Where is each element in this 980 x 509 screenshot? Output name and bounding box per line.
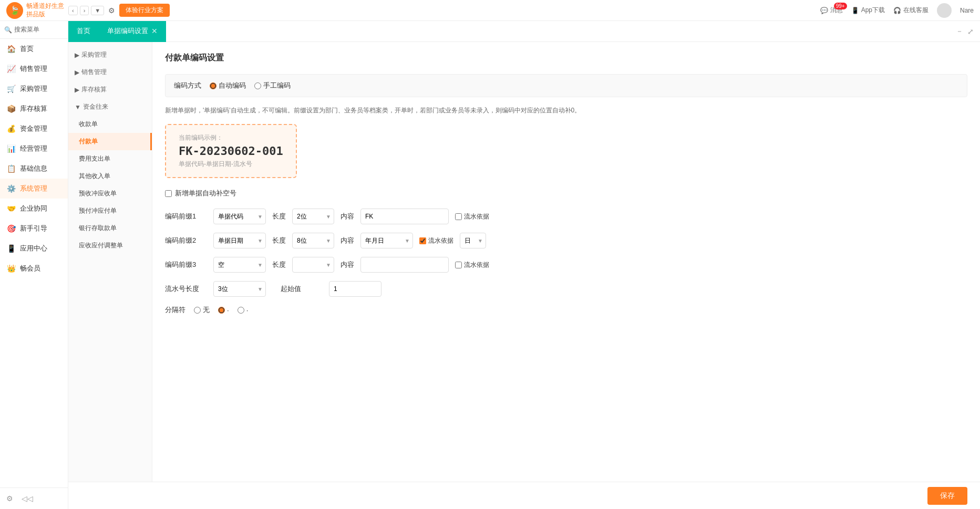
- sub-header-purchase[interactable]: ▶ 采购管理: [68, 46, 152, 64]
- tab-maximize-btn[interactable]: ⤢: [967, 27, 974, 36]
- nav-back-btn[interactable]: ‹: [68, 6, 78, 15]
- user-avatar[interactable]: [937, 3, 952, 18]
- prefix3-select[interactable]: 单据代码 单据日期 空 部门 业务员: [213, 257, 266, 273]
- sidebar-item-home[interactable]: 🏠 首页: [0, 39, 68, 59]
- sidebar-item-finance[interactable]: 💰 资金管理: [0, 119, 68, 139]
- sidebar-item-sales[interactable]: 📈 销售管理: [0, 59, 68, 79]
- content2-select[interactable]: 年月日 年月 年: [360, 233, 413, 248]
- length3-select[interactable]: [292, 257, 334, 273]
- nav-forward-btn[interactable]: ›: [80, 6, 89, 15]
- sub-header-capital[interactable]: ▼ 资金往来: [68, 98, 152, 116]
- auto-fill-checkbox[interactable]: [165, 190, 172, 197]
- logo-text: 畅通道好生意 拼品版: [26, 2, 64, 18]
- sub-header-sales[interactable]: ▶ 销售管理: [68, 64, 152, 81]
- sub-header-inventory[interactable]: ▶ 库存核算: [68, 81, 152, 98]
- content-area: 首页 单据编码设置 ✕ － ⤢ ▶ 采购管理: [68, 21, 980, 509]
- inventory-icon: 📦: [6, 104, 16, 113]
- sidebar-nav: 🏠 首页 📈 销售管理 🛒 采购管理 📦 库存核算 💰 资金管理 📊 经: [0, 39, 68, 487]
- sub-item-income[interactable]: 其他收入单: [68, 168, 152, 185]
- separator-dot-label[interactable]: ·: [218, 306, 229, 314]
- sub-item-expense[interactable]: 费用支出单: [68, 150, 152, 168]
- length2-select[interactable]: 8位 6位 4位: [292, 233, 334, 248]
- serial-length-select-wrapper: 3位 4位 5位 6位 ▼: [213, 281, 266, 297]
- content3-input[interactable]: [360, 257, 449, 273]
- manual-encode-radio-label[interactable]: 手工编码: [254, 81, 291, 90]
- serial2-checkbox[interactable]: [419, 237, 426, 244]
- trial-btn[interactable]: 体验行业方案: [119, 4, 170, 17]
- length3-label: 长度: [272, 260, 286, 269]
- message-icon: 💬: [820, 7, 828, 14]
- service-icon: 🎧: [893, 7, 901, 14]
- sub-item-payment[interactable]: 付款单: [68, 133, 152, 150]
- sub-menu-capital-items: 收款单 付款单 费用支出单 其他收入单 预收冲应收单 预付冲应付单 银行存取款单…: [68, 116, 152, 254]
- sub-item-adjustment[interactable]: 应收应付调整单: [68, 237, 152, 254]
- tab-bar: 首页 单据编码设置 ✕ － ⤢: [68, 21, 980, 42]
- sidebar-settings-btn[interactable]: ⚙: [4, 492, 15, 505]
- sales-icon: 📈: [6, 64, 16, 74]
- separator-dash-label[interactable]: ·: [238, 306, 249, 314]
- auto-encode-radio[interactable]: [210, 82, 216, 89]
- settings-gear-btn[interactable]: ⚙: [108, 6, 115, 15]
- system-icon: ⚙️: [6, 184, 16, 193]
- length1-label: 长度: [272, 212, 286, 221]
- prefix2-select[interactable]: 单据代码 单据日期 空 部门 业务员: [213, 233, 266, 248]
- sidebar-item-newbie[interactable]: 🎯 新手引导: [0, 219, 68, 238]
- separator-dash-radio[interactable]: [238, 307, 244, 314]
- top-bar-left: 🍃 畅通道好生意 拼品版 ‹ › ▼ ⚙ 体验行业方案: [6, 2, 816, 19]
- sidebar-item-inventory[interactable]: 📦 库存核算: [0, 99, 68, 119]
- sub-group-purchase: ▶ 采购管理: [68, 46, 152, 64]
- encoding-method-row: 编码方式 自动编码 手工编码: [165, 74, 967, 97]
- serial2-unit-select[interactable]: 日 月 年: [460, 233, 486, 248]
- prefix1-row: 编码前缀1 单据代码 单据日期 空 部门 业务员 ▼ 长度: [165, 209, 967, 224]
- separator-dot-radio[interactable]: [218, 307, 225, 314]
- prefix2-row: 编码前缀2 单据代码 单据日期 空 部门 业务员 ▼ 长度: [165, 233, 967, 248]
- content1-input[interactable]: [360, 209, 449, 224]
- preview-box: 当前编码示例： FK-20230602-001 单据代码-单据日期-流水号: [165, 124, 297, 178]
- online-service-btn[interactable]: 🎧 在线客服: [893, 6, 929, 15]
- basic-icon: 📋: [6, 164, 16, 173]
- sub-item-advance-receipt[interactable]: 预收冲应收单: [68, 185, 152, 202]
- prefix1-label: 编码前缀1: [165, 212, 207, 221]
- prefix1-select[interactable]: 单据代码 单据日期 空 部门 业务员: [213, 209, 266, 224]
- sidebar-item-operations[interactable]: 📊 经营管理: [0, 139, 68, 159]
- start-value-input[interactable]: [329, 281, 381, 297]
- tab-close-btn[interactable]: ✕: [151, 27, 158, 35]
- sidebar-collapse-btn[interactable]: ◁◁: [19, 492, 35, 505]
- sidebar-item-purchase[interactable]: 🛒 采购管理: [0, 79, 68, 99]
- app-download-btn[interactable]: 📱 App下载: [851, 6, 885, 15]
- save-button[interactable]: 保存: [927, 487, 967, 505]
- serial1-checkbox[interactable]: [455, 213, 462, 220]
- sub-item-bank[interactable]: 银行存取款单: [68, 220, 152, 237]
- tab-encoding[interactable]: 单据编码设置 ✕: [99, 21, 166, 42]
- separator-none-radio[interactable]: [194, 307, 201, 314]
- sidebar-item-member[interactable]: 👑 畅会员: [0, 258, 68, 278]
- sidebar-item-basic[interactable]: 📋 基础信息: [0, 159, 68, 179]
- sidebar-item-system[interactable]: ⚙️ 系统管理: [0, 179, 68, 199]
- serial-length-select[interactable]: 3位 4位 5位 6位: [213, 281, 266, 297]
- message-badge: 99+: [834, 3, 847, 9]
- search-menu-btn[interactable]: 🔍 搜索菜单: [0, 21, 68, 39]
- download-icon: 📱: [851, 7, 859, 14]
- sidebar-item-apps[interactable]: 📱 应用中心: [0, 238, 68, 258]
- tab-minimize-btn[interactable]: －: [956, 27, 963, 36]
- tab-home[interactable]: 首页: [68, 21, 99, 42]
- serial3-checkbox[interactable]: [455, 262, 462, 268]
- prefix2-label: 编码前缀2: [165, 236, 207, 245]
- nav-dropdown-btn[interactable]: ▼: [91, 6, 104, 15]
- sub-group-capital: ▼ 资金往来 收款单 付款单 费用支出单 其他收入单 预收冲应收单 预付冲应付单…: [68, 98, 152, 254]
- user-name[interactable]: Nare: [960, 7, 974, 14]
- length1-select[interactable]: 2位 4位 6位: [292, 209, 334, 224]
- sub-item-receipt[interactable]: 收款单: [68, 116, 152, 133]
- manual-encode-radio[interactable]: [254, 82, 261, 89]
- sub-item-advance-payment[interactable]: 预付冲应付单: [68, 202, 152, 220]
- sub-group-sales: ▶ 销售管理: [68, 64, 152, 81]
- serial-length-row: 流水号长度 3位 4位 5位 6位 ▼ 起始值: [165, 281, 967, 297]
- length1-select-wrapper: 2位 4位 6位 ▼: [292, 209, 334, 224]
- newbie-icon: 🎯: [6, 224, 16, 233]
- separator-none-label[interactable]: 无: [194, 305, 210, 315]
- sidebar-item-enterprise[interactable]: 🤝 企业协同: [0, 199, 68, 219]
- auto-encode-radio-label[interactable]: 自动编码: [210, 81, 246, 90]
- serial2-select-wrapper: 日 月 年 ▼: [460, 233, 486, 248]
- message-btn[interactable]: 💬 消息 99+: [820, 6, 843, 15]
- separator-dot-icon: ·: [227, 306, 229, 314]
